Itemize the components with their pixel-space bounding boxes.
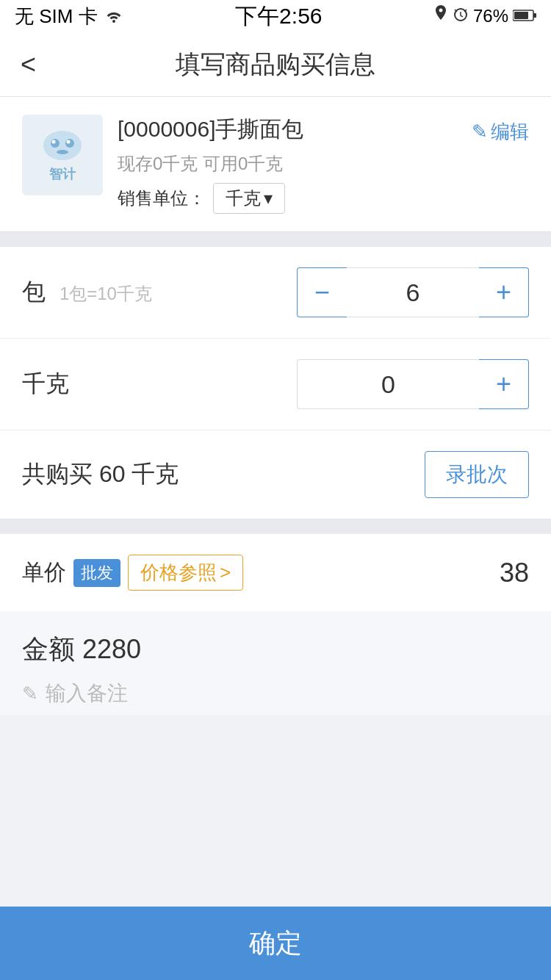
chevron-down-icon: ▾ xyxy=(264,188,273,209)
unit-label: 销售单位： xyxy=(118,187,206,210)
nav-bar: < 填写商品购买信息 xyxy=(0,32,551,97)
section-divider-2 xyxy=(0,519,551,533)
battery-icon xyxy=(513,6,536,26)
bao-label-group: 包 1包=10千克 xyxy=(22,276,297,309)
svg-point-6 xyxy=(65,139,74,148)
svg-point-7 xyxy=(52,140,56,144)
price-type-tag: 批发 xyxy=(73,559,120,587)
battery-percent: 76% xyxy=(473,6,508,26)
product-unit-row: 销售单位： 千克 ▾ xyxy=(118,183,529,214)
kg-quantity-row: 千克 + xyxy=(0,339,551,430)
batch-button[interactable]: 录批次 xyxy=(425,451,529,498)
bao-label: 包 xyxy=(22,278,46,305)
price-label: 单价 xyxy=(22,558,66,588)
price-label-group: 单价 批发 价格参照 > xyxy=(22,555,243,591)
sim-label: 无 SIM 卡 xyxy=(15,4,98,29)
location-icon xyxy=(433,5,448,27)
unit-select[interactable]: 千克 ▾ xyxy=(213,183,285,214)
kg-increase-button[interactable]: + xyxy=(479,359,529,409)
note-placeholder[interactable]: 输入备注 xyxy=(46,680,128,707)
price-value: 38 xyxy=(500,558,529,588)
confirm-button[interactable]: 确定 xyxy=(0,907,551,980)
svg-point-5 xyxy=(51,139,60,148)
product-image: 智计 xyxy=(22,115,103,195)
product-section: 智计 [0000006]手撕面包 现存0千克 可用0千克 销售单位： 千克 ▾ … xyxy=(0,97,551,232)
pencil-icon: ✎ xyxy=(22,682,38,705)
edit-icon: ✎ xyxy=(472,120,488,143)
status-left: 无 SIM 卡 xyxy=(15,4,124,29)
product-info: [0000006]手撕面包 现存0千克 可用0千克 销售单位： 千克 ▾ xyxy=(118,115,529,214)
total-row: 共购买 60 千克 录批次 xyxy=(0,430,551,519)
back-button[interactable]: < xyxy=(21,49,36,80)
svg-point-8 xyxy=(67,140,71,144)
bao-quantity-controls: − + xyxy=(297,267,529,317)
kg-quantity-input[interactable] xyxy=(297,359,479,409)
kg-label: 千克 xyxy=(22,368,297,400)
bao-increase-button[interactable]: + xyxy=(479,267,529,317)
content-spacer xyxy=(0,715,551,907)
amount-row: 金额 2280 xyxy=(22,632,529,668)
product-name: [0000006]手撕面包 xyxy=(118,115,529,145)
chevron-right-icon: > xyxy=(220,561,231,584)
svg-point-9 xyxy=(57,150,68,154)
page-title: 填写商品购买信息 xyxy=(176,48,375,82)
alarm-icon xyxy=(453,6,469,26)
status-time: 下午2:56 xyxy=(235,1,322,32)
bao-quantity-input[interactable] xyxy=(347,267,479,317)
wifi-icon xyxy=(104,5,124,28)
bao-decrease-button[interactable]: − xyxy=(297,267,347,317)
price-reference-button[interactable]: 价格参照 > xyxy=(128,555,243,591)
total-text: 共购买 60 千克 xyxy=(22,458,179,491)
svg-point-4 xyxy=(43,131,82,160)
status-right: 76% xyxy=(433,5,536,27)
product-logo: 智计 xyxy=(40,127,84,183)
status-bar: 无 SIM 卡 下午2:56 76% xyxy=(0,0,551,32)
edit-button[interactable]: ✎ 编辑 xyxy=(472,119,529,145)
bao-quantity-row: 包 1包=10千克 − + xyxy=(0,247,551,339)
note-row[interactable]: ✎ 输入备注 xyxy=(22,680,529,707)
bao-hint: 1包=10千克 xyxy=(60,284,152,303)
svg-rect-3 xyxy=(514,12,528,19)
quantity-section: 包 1包=10千克 − + 千克 + xyxy=(0,247,551,430)
product-stock: 现存0千克 可用0千克 xyxy=(118,152,529,176)
kg-quantity-controls: + xyxy=(297,359,529,409)
section-divider-1 xyxy=(0,232,551,247)
price-section: 单价 批发 价格参照 > 38 xyxy=(0,533,551,611)
amount-section: 金额 2280 ✎ 输入备注 xyxy=(0,611,551,715)
svg-rect-2 xyxy=(533,13,536,18)
